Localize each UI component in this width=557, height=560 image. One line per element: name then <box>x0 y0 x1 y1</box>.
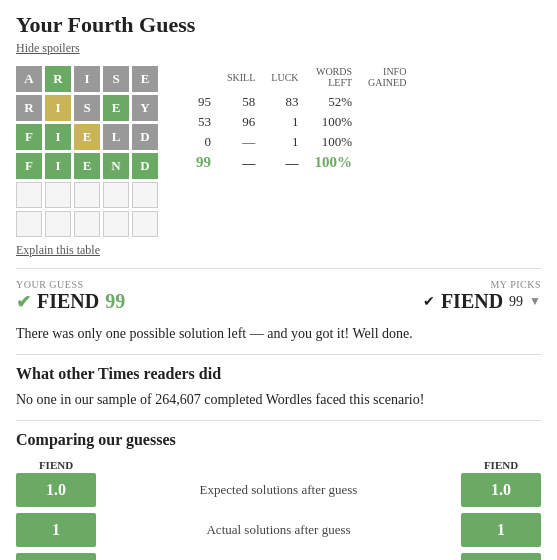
table-row: 53961100% <box>188 112 414 132</box>
comp-box-left: 100% <box>16 553 96 560</box>
grid-row <box>16 211 158 237</box>
grid-cell <box>45 211 71 237</box>
table-row: 0—1100% <box>188 132 414 152</box>
comp-box-left: 1.0 <box>16 473 96 507</box>
your-guess-label: YOUR GUESS <box>16 279 125 290</box>
comp-center-label: Expected solutions after guess <box>102 482 455 498</box>
guess-bar: YOUR GUESS ✔ FIEND 99 MY PICKS ✔ FIEND 9… <box>16 279 541 313</box>
explain-link[interactable]: Explain this table <box>16 243 100 258</box>
check-icon-right: ✔ <box>423 293 435 310</box>
comp-box-right: 1 <box>461 513 541 547</box>
other-readers-text: No one in our sample of 264,607 complete… <box>16 389 541 410</box>
grid-cell <box>74 182 100 208</box>
comparing-section: Comparing our guesses FIEND FIEND 1.0Exp… <box>16 431 541 560</box>
grid-cell: L <box>103 124 129 150</box>
page-title: Your Fourth Guess <box>16 12 541 38</box>
grid-row: FIELD <box>16 124 158 150</box>
words-left-header: WORDSLEFT <box>307 66 361 92</box>
my-picks-word: ✔ FIEND 99 ▼ <box>423 290 541 313</box>
grid-cell: Y <box>132 95 158 121</box>
table-row: 95588352% <box>188 92 414 112</box>
grid-row: FIEND <box>16 153 158 179</box>
grid-cell <box>16 182 42 208</box>
other-readers-section: What other Times readers did No one in o… <box>16 365 541 410</box>
wordle-grid: ARISERISEYFIELDFIEND <box>16 66 158 237</box>
comp-center-label: Actual solutions after guess <box>102 522 455 538</box>
grid-cell: I <box>45 124 71 150</box>
info-gained-header: INFOGAINED <box>360 66 414 92</box>
your-guess-score: 99 <box>105 290 125 313</box>
grid-cell: R <box>16 95 42 121</box>
grid-cell: I <box>45 153 71 179</box>
grid-cell: E <box>74 124 100 150</box>
hide-spoilers-link[interactable]: Hide spoilers <box>16 41 80 56</box>
your-guess-text: FIEND <box>37 290 99 313</box>
skill-header: SKILL <box>219 66 263 92</box>
grid-cell: A <box>16 66 42 92</box>
result-text: There was only one possible solution lef… <box>16 323 541 344</box>
my-picks-score: 99 <box>509 294 523 310</box>
other-readers-title: What other Times readers did <box>16 365 541 383</box>
comp-box-left: 1 <box>16 513 96 547</box>
stats-table: SKILL LUCK WORDSLEFT INFOGAINED 95588352… <box>188 66 414 173</box>
grid-cell: E <box>132 66 158 92</box>
comparing-title: Comparing our guesses <box>16 431 541 449</box>
luck-header: LUCK <box>263 66 306 92</box>
comp-box-right: 100% <box>461 553 541 560</box>
grid-cell: D <box>132 124 158 150</box>
your-guess-word: ✔ FIEND 99 <box>16 290 125 313</box>
grid-cell: S <box>103 66 129 92</box>
grid-cell: F <box>16 124 42 150</box>
grid-cell <box>132 211 158 237</box>
my-picks-label: MY PICKS <box>423 279 541 290</box>
grid-cell: D <box>132 153 158 179</box>
comp-box-right: 1.0 <box>461 473 541 507</box>
grid-cell: F <box>16 153 42 179</box>
left-col-label: FIEND <box>16 459 96 471</box>
grid-cell: E <box>103 95 129 121</box>
grid-cell <box>16 211 42 237</box>
grid-cell: E <box>74 153 100 179</box>
grid-cell: R <box>45 66 71 92</box>
grid-cell <box>74 211 100 237</box>
dropdown-arrow-icon[interactable]: ▼ <box>529 294 541 309</box>
grid-cell: I <box>74 66 100 92</box>
check-icon: ✔ <box>16 291 31 313</box>
table-row: 99——100% <box>188 152 414 173</box>
grid-cell <box>103 211 129 237</box>
right-col-label: FIEND <box>461 459 541 471</box>
grid-row <box>16 182 158 208</box>
grid-cell: N <box>103 153 129 179</box>
grid-row: RISEY <box>16 95 158 121</box>
my-picks-text: FIEND <box>441 290 503 313</box>
grid-cell <box>103 182 129 208</box>
grid-cell <box>132 182 158 208</box>
grid-cell: I <box>45 95 71 121</box>
grid-cell <box>45 182 71 208</box>
grid-cell: S <box>74 95 100 121</box>
grid-row: ARISE <box>16 66 158 92</box>
